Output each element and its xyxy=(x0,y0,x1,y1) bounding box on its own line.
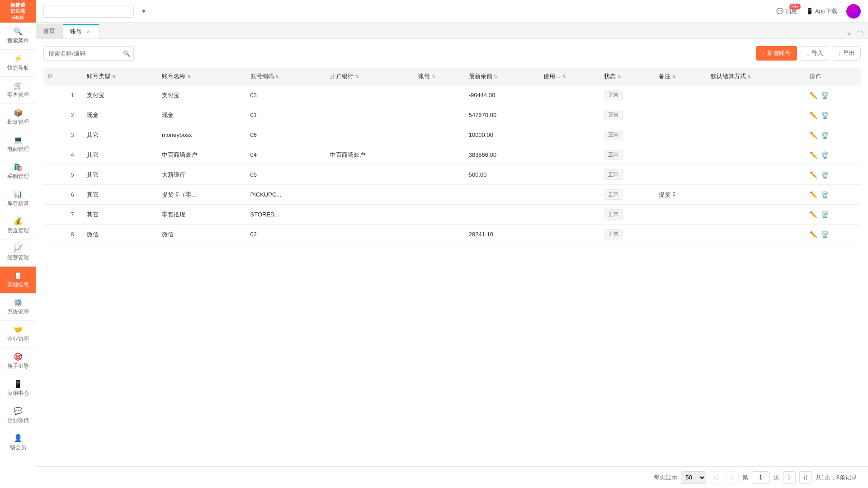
prev-page-button[interactable]: ⟨ xyxy=(726,471,739,484)
row-settlement xyxy=(707,225,807,244)
sidebar-item-ecommerce[interactable]: 💻 电商管理 xyxy=(0,131,36,158)
row-status: 正常 xyxy=(600,225,655,244)
status-badge: 正常 xyxy=(604,229,623,239)
col-usage[interactable]: 使用... ⇅ xyxy=(540,68,600,85)
col-note[interactable]: 备注 ⇅ xyxy=(655,68,707,85)
search-submit-button[interactable]: 🔍 xyxy=(123,50,130,57)
tab-expand-button[interactable]: ⛶ xyxy=(855,29,864,38)
delete-button[interactable]: 🗑️ xyxy=(821,92,829,99)
sidebar-item-label: 库存核算 xyxy=(7,200,29,207)
sort-status-icon: ⇅ xyxy=(618,74,621,79)
app-download-button[interactable]: 📱 App下载 xyxy=(806,7,837,15)
sidebar-item-label: 系统管理 xyxy=(7,308,29,316)
delete-button[interactable]: 🗑️ xyxy=(821,231,829,238)
row-usage xyxy=(540,205,600,225)
edit-button[interactable]: ✏️ xyxy=(810,191,817,198)
row-bank: 中百商场账户 xyxy=(326,145,415,165)
sidebar-item-label: 新手引导 xyxy=(7,362,29,370)
import-button[interactable]: ↓ 导入 xyxy=(801,46,829,61)
col-status[interactable]: 状态 ⇅ xyxy=(600,68,655,85)
edit-button[interactable]: ✏️ xyxy=(810,231,817,238)
delete-button[interactable]: 🗑️ xyxy=(821,112,829,119)
sidebar-item-wholesale[interactable]: 📦 批发管理 xyxy=(0,104,36,131)
sidebar-item-inventory[interactable]: 📊 库存核算 xyxy=(0,185,36,212)
retail-icon: 🛒 xyxy=(14,81,23,90)
delete-button[interactable]: 🗑️ xyxy=(821,151,829,159)
row-settlement xyxy=(707,85,807,105)
sidebar-item-quick[interactable]: ⚡ 快捷导航 xyxy=(0,50,36,77)
col-settlement[interactable]: 默认结算方式 ⇅ xyxy=(707,68,807,85)
page-input[interactable] xyxy=(752,471,770,484)
sidebar-item-purchase[interactable]: 🛍️ 采购管理 xyxy=(0,158,36,185)
account-search-input[interactable] xyxy=(43,46,134,61)
tab-account[interactable]: 账号 ✕ xyxy=(63,24,99,38)
sidebar-item-member[interactable]: 👤 畅会员 xyxy=(0,429,36,456)
sidebar-item-retail[interactable]: 🛒 零售管理 xyxy=(0,77,36,104)
edit-button[interactable]: ✏️ xyxy=(810,112,817,119)
header-right: 💬 消息 99+ 📱 App下载 xyxy=(776,4,861,19)
sidebar-item-system[interactable]: ⚙️ 系统管理 xyxy=(0,294,36,321)
sidebar-item-operations[interactable]: 📈 经营管理 xyxy=(0,239,36,267)
col-bank-label: 开户银行 xyxy=(330,73,354,80)
edit-button[interactable]: ✏️ xyxy=(810,131,817,139)
col-status-label: 状态 xyxy=(604,73,616,80)
next-page-button[interactable]: ⟩ xyxy=(783,471,796,484)
export-button[interactable]: ↑ 导出 xyxy=(833,46,861,61)
tab-close-window-button[interactable]: ✕ xyxy=(844,29,854,38)
add-account-button[interactable]: + 新增账号 xyxy=(756,46,797,61)
edit-button[interactable]: ✏️ xyxy=(810,171,817,178)
row-action: ✏️ 🗑️ xyxy=(806,125,861,145)
delete-button[interactable]: 🗑️ xyxy=(821,191,829,198)
row-type: 其它 xyxy=(83,165,158,185)
sidebar-item-basic[interactable]: 📋 基础信息 xyxy=(0,267,36,294)
per-page-select[interactable]: 50 20 100 xyxy=(681,471,706,484)
sidebar-item-search[interactable]: 🔍 搜索菜单 xyxy=(0,23,36,50)
sidebar-item-appcenter[interactable]: 📱 应用中心 xyxy=(0,375,36,402)
row-action: ✏️ 🗑️ xyxy=(806,105,861,125)
col-type[interactable]: 账号类型 ⇅ xyxy=(83,68,158,85)
app-logo: 畅捷通好生意乐版版 xyxy=(0,0,36,23)
status-badge: 正常 xyxy=(604,150,623,160)
sort-account-icon: ⇅ xyxy=(432,74,435,79)
col-name[interactable]: 账号名称 ⇅ xyxy=(158,68,247,85)
table-body: 1 支付宝 支付宝 03 -90444.00 正常 ✏️ 🗑️ 2 现金 现金 … xyxy=(43,85,861,244)
col-account[interactable]: 账号 ⇅ xyxy=(415,68,465,85)
sidebar-item-finance[interactable]: 💰 资金管理 xyxy=(0,212,36,239)
last-page-button[interactable]: ⟩⟩ xyxy=(799,471,812,484)
col-code[interactable]: 账号编码 ⇅ xyxy=(247,68,326,85)
tab-close-button[interactable]: ✕ xyxy=(85,28,92,35)
header-search-input[interactable] xyxy=(43,5,134,18)
row-action: ✏️ 🗑️ xyxy=(806,145,861,165)
toolbar: 🔍 + 新增账号 ↓ 导入 ↑ 导出 xyxy=(43,46,861,61)
edit-button[interactable]: ✏️ xyxy=(810,211,817,218)
row-type: 其它 xyxy=(83,145,158,165)
delete-button[interactable]: 🗑️ xyxy=(821,211,829,218)
row-settings xyxy=(43,85,61,105)
user-avatar[interactable] xyxy=(846,4,861,19)
sidebar-item-guide[interactable]: 🎯 新手引导 xyxy=(0,348,36,375)
delete-button[interactable]: 🗑️ xyxy=(821,171,829,178)
row-settings xyxy=(43,225,61,244)
col-balance[interactable]: 最新余额 ⇅ xyxy=(465,68,540,85)
delete-button[interactable]: 🗑️ xyxy=(821,131,829,139)
column-settings-icon[interactable]: ⚙ xyxy=(47,73,53,80)
row-status: 正常 xyxy=(600,165,655,185)
edit-button[interactable]: ✏️ xyxy=(810,92,817,99)
edit-button[interactable]: ✏️ xyxy=(810,151,817,159)
system-icon: ⚙️ xyxy=(14,298,23,307)
sidebar-item-wechat[interactable]: 💬 企业微信 xyxy=(0,402,36,429)
table-header: ⚙ 账号类型 ⇅ 账号名称 ⇅ 账号编码 ⇅ xyxy=(43,68,861,85)
sort-type-icon: ⇅ xyxy=(112,74,116,79)
tab-home[interactable]: 首页 xyxy=(36,24,63,38)
header-dropdown[interactable]: ▼ xyxy=(141,8,146,14)
sidebar-item-agreement[interactable]: 🤝 企业协同 xyxy=(0,321,36,348)
messages-button[interactable]: 💬 消息 99+ xyxy=(776,7,797,15)
first-page-button[interactable]: ⟨⟨ xyxy=(710,471,722,484)
row-name: 微信 xyxy=(158,225,247,244)
row-note xyxy=(655,125,707,145)
col-bank[interactable]: 开户银行 ⇅ xyxy=(326,68,415,85)
row-type: 支付宝 xyxy=(83,85,158,105)
row-num: 3 xyxy=(61,125,83,145)
row-bank xyxy=(326,205,415,225)
sidebar-item-label: 畅会员 xyxy=(10,444,26,451)
